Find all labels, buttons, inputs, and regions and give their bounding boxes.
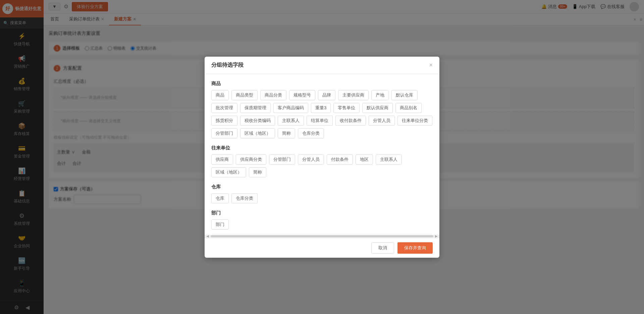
field-tag-pp2[interactable]: 供应商分类 (236, 154, 266, 165)
field-group-product: 商品 商品 商品类型 商品分类 规格型号 品牌 主要供应商 产地 默认仓库 批次… (211, 81, 433, 138)
field-tag-p21[interactable]: 分管人员 (369, 116, 395, 126)
field-tag-p13[interactable]: 零售单位 (333, 103, 360, 113)
field-tag-p18[interactable]: 主联系人 (278, 116, 304, 126)
field-tag-p5[interactable]: 品牌 (318, 90, 335, 100)
field-tag-p20[interactable]: 收付款条件 (335, 116, 366, 126)
field-tag-p9[interactable]: 批次管理 (211, 103, 237, 113)
field-tag-pp4[interactable]: 分管人员 (298, 154, 324, 165)
field-tag-pp7[interactable]: 主联系人 (376, 154, 402, 165)
field-tag-p3[interactable]: 商品分类 (260, 90, 286, 100)
field-tag-pp1[interactable]: 供应商 (211, 154, 233, 165)
field-tag-p24[interactable]: 区域（地区） (240, 128, 275, 138)
hscroll-right-arrow[interactable]: ▶ (435, 234, 438, 238)
field-group-partner: 往来单位 供应商 供应商分类 分管部门 分管人员 付款条件 地区 主联系人 区域… (211, 145, 433, 177)
field-tag-p16[interactable]: 拣货积分 (211, 116, 237, 126)
field-tag-pp6[interactable]: 地区 (356, 154, 373, 165)
field-group-partner-title: 往来单位 (211, 145, 433, 151)
field-tag-pp8[interactable]: 区域（地区） (211, 167, 246, 177)
hscroll-thumb[interactable] (211, 235, 433, 237)
modal-overlay: 分组待选字段 × 商品 商品 商品类型 商品分类 规格型号 品牌 主要供应商 产… (0, 0, 644, 314)
field-tag-p23[interactable]: 分管部门 (211, 128, 237, 138)
field-tag-p15[interactable]: 商品别名 (395, 103, 422, 113)
modal-title: 分组待选字段 (211, 62, 244, 69)
field-tag-p1[interactable]: 商品 (211, 90, 229, 100)
field-tag-p6[interactable]: 主要供应商 (338, 90, 369, 100)
field-tag-p4[interactable]: 规格型号 (289, 90, 315, 100)
field-tag-p26[interactable]: 仓库分类 (298, 128, 324, 138)
field-tag-p14[interactable]: 默认供应商 (362, 103, 393, 113)
field-tag-p8[interactable]: 默认仓库 (391, 90, 418, 100)
field-tags-warehouse: 仓库 仓库分类 (211, 193, 433, 203)
hscroll-left-arrow[interactable]: ◀ (206, 234, 209, 238)
field-tags-department: 部门 (211, 219, 433, 230)
field-tag-d1[interactable]: 部门 (211, 219, 229, 230)
field-tag-p7[interactable]: 产地 (371, 90, 389, 100)
field-tag-p17[interactable]: 税收分类编码 (240, 116, 275, 126)
field-group-department: 部门 部门 (211, 210, 433, 230)
cancel-button[interactable]: 取消 (371, 242, 394, 254)
field-tags-product: 商品 商品类型 商品分类 规格型号 品牌 主要供应商 产地 默认仓库 批次管理 … (211, 90, 433, 138)
field-tag-pp9[interactable]: 简称 (249, 167, 266, 177)
field-tags-partner: 供应商 供应商分类 分管部门 分管人员 付款条件 地区 主联系人 区域（地区） … (211, 154, 433, 177)
field-tag-w1[interactable]: 仓库 (211, 193, 229, 203)
modal-body: 商品 商品 商品类型 商品分类 规格型号 品牌 主要供应商 产地 默认仓库 批次… (205, 74, 439, 235)
field-group-department-title: 部门 (211, 210, 433, 216)
field-tag-p11[interactable]: 客户商品编码 (273, 103, 308, 113)
modal-close-icon[interactable]: × (429, 62, 433, 69)
field-select-modal: 分组待选字段 × 商品 商品 商品类型 商品分类 规格型号 品牌 主要供应商 产… (205, 57, 439, 258)
modal-horizontal-scrollbar[interactable]: ◀ ▶ (205, 235, 439, 238)
confirm-button[interactable]: 保存并查询 (397, 242, 433, 254)
field-tag-p10[interactable]: 保质期管理 (240, 103, 271, 113)
modal-header: 分组待选字段 × (205, 57, 439, 74)
field-tag-pp5[interactable]: 付款条件 (327, 154, 353, 165)
field-tag-w2[interactable]: 仓库分类 (231, 193, 258, 203)
field-group-product-title: 商品 (211, 81, 433, 87)
field-group-warehouse: 仓库 仓库 仓库分类 (211, 184, 433, 203)
field-tag-pp3[interactable]: 分管部门 (269, 154, 295, 165)
field-group-warehouse-title: 仓库 (211, 184, 433, 190)
field-tag-p25[interactable]: 简称 (278, 128, 295, 138)
field-tag-p2[interactable]: 商品类型 (231, 90, 258, 100)
field-tag-p19[interactable]: 结算单位 (307, 116, 333, 126)
modal-footer: 取消 保存并查询 (205, 238, 439, 258)
field-tag-p12[interactable]: 重量3 (311, 103, 331, 113)
field-tag-p22[interactable]: 往来单位分类 (397, 116, 432, 126)
